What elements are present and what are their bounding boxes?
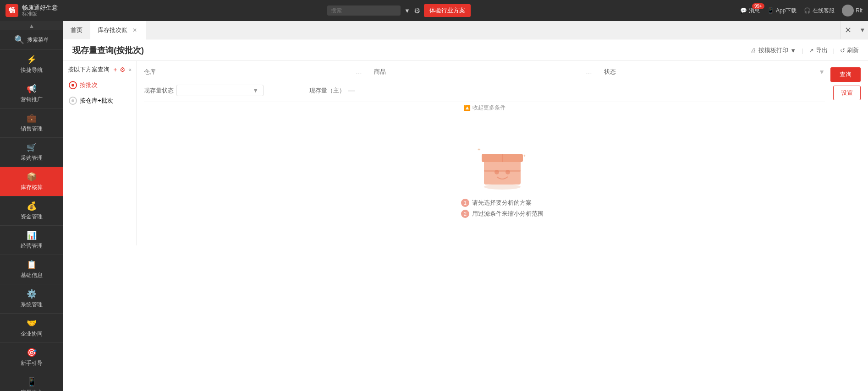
export-button[interactable]: ↗ 导出 xyxy=(809,46,828,54)
inventory-icon: 📦 xyxy=(27,172,37,182)
empty-hints: 1 请先选择要分析的方案 2 用过滤条件来缩小分析范围 xyxy=(461,199,544,218)
sep1: | xyxy=(802,47,803,54)
warehouse-input[interactable] xyxy=(157,67,353,76)
scheme-item-by-batch[interactable]: 按批次 xyxy=(63,77,136,93)
headset-icon: 🎧 xyxy=(804,7,811,14)
svg-rect-3 xyxy=(484,159,521,185)
sidebar-item-search[interactable]: 🔍 搜索菜单 xyxy=(0,30,63,50)
sidebar-item-inventory[interactable]: 📦 库存核算 xyxy=(0,167,63,196)
scheme-active-icon xyxy=(69,81,77,89)
phone-icon: 📱 xyxy=(767,7,774,14)
app-download-label: App下载 xyxy=(776,7,797,15)
online-service-button[interactable]: 🎧 在线客服 xyxy=(804,7,835,15)
sidebar-item-marketing[interactable]: 📢 营销推广 xyxy=(0,79,63,109)
sidebar-item-quick-nav[interactable]: ⚡ 快捷导航 xyxy=(0,50,63,79)
hint-1-text: 请先选择要分析的方案 xyxy=(472,199,532,207)
status-dropdown-icon[interactable]: ▼ xyxy=(819,68,825,76)
sales-icon: 💼 xyxy=(27,113,37,123)
warehouse-more-icon[interactable]: … xyxy=(353,68,365,76)
sidebar-item-guide[interactable]: 🎯 新手引导 xyxy=(0,343,63,372)
sidebar-label-app-center: 应用中心 xyxy=(21,389,43,391)
sidebar-item-enterprise[interactable]: 🤝 企业协同 xyxy=(0,314,63,343)
refresh-button[interactable]: ↺ 刷新 xyxy=(840,46,859,54)
tab-bar-more-button[interactable]: ▼ xyxy=(857,21,868,39)
sidebar-label-quick-nav: 快捷导航 xyxy=(21,66,43,74)
scheme-collapse-icon[interactable]: « xyxy=(128,66,132,73)
avatar-image xyxy=(842,5,854,16)
scheme-settings-icon[interactable]: ⚙ xyxy=(120,66,126,73)
export-icon: ↗ xyxy=(809,47,814,54)
sidebar-label-search: 搜索菜单 xyxy=(27,36,49,44)
sidebar-item-finance[interactable]: 💰 资金管理 xyxy=(0,196,63,226)
close-page-button[interactable]: ✕ xyxy=(841,21,855,39)
settings-icon[interactable]: ⚙ xyxy=(414,6,420,15)
sidebar-item-basic[interactable]: 📋 基础信息 xyxy=(0,255,63,284)
print-template-button[interactable]: 🖨 按模板打印 ▼ xyxy=(751,46,796,54)
sidebar-item-purchase[interactable]: 🛒 采购管理 xyxy=(0,138,63,167)
chevron-down-icon: ▼ xyxy=(860,27,866,33)
query-button[interactable]: 查询 xyxy=(830,67,861,82)
product-more-icon[interactable]: … xyxy=(583,68,595,76)
empty-hint-1: 1 请先选择要分析的方案 xyxy=(461,199,544,207)
scheme-panel: 按以下方案查询 + ⚙ « 按批次 xyxy=(63,61,137,245)
app-brand: 畅康通好生意 xyxy=(22,4,58,11)
tab-home[interactable]: 首页 xyxy=(63,21,90,39)
svg-point-1 xyxy=(71,99,74,102)
scheme-label-by-warehouse-batch: 按仓库+批次 xyxy=(80,97,113,105)
svg-text:✦: ✦ xyxy=(477,147,481,152)
svg-point-8 xyxy=(505,170,510,174)
topbar-right: 💬 消息 99+ 📱 App下载 🎧 在线客服 Rit xyxy=(740,5,863,16)
hint-2-text: 用过滤条件来缩小分析范围 xyxy=(472,210,544,218)
export-label: 导出 xyxy=(816,46,828,54)
inventory-qty-label: 现存量（主） xyxy=(309,87,345,95)
message-icon: 💬 xyxy=(740,7,747,14)
tab-close-button[interactable]: ✕ xyxy=(131,27,138,34)
main-layout: ▲ 🔍 搜索菜单 ⚡ 快捷导航 📢 营销推广 💼 销售管理 🛒 采购管理 📦 库… xyxy=(0,21,868,391)
tab-batch-ledger[interactable]: 库存批次账 ✕ xyxy=(90,21,146,39)
page-title: 现存量查询(按批次) xyxy=(72,45,144,56)
empty-hint-2: 2 用过滤条件来缩小分析范围 xyxy=(461,210,544,218)
search-input[interactable] xyxy=(327,5,401,16)
tab-bar-right: ✕ ▼ xyxy=(841,21,868,39)
refresh-icon: ↺ xyxy=(840,47,845,54)
sidebar-label-purchase: 采购管理 xyxy=(21,154,43,162)
guide-icon: 🎯 xyxy=(27,348,37,358)
sidebar-label-finance: 资金管理 xyxy=(21,213,43,221)
enterprise-icon: 🤝 xyxy=(27,318,37,328)
sidebar-item-operations[interactable]: 📊 经营管理 xyxy=(0,226,63,255)
empty-state: ✦ ✦ 1 请先选择要分析的方案 2 用过滤条件来缩小分析范围 xyxy=(137,114,868,245)
settings-button[interactable]: 设置 xyxy=(833,86,861,100)
scheme-panel-icons: + ⚙ « xyxy=(113,66,132,73)
basic-icon: 📋 xyxy=(27,260,37,270)
inventory-status-select[interactable]: ▼ xyxy=(176,85,264,96)
search-icon: 🔍 xyxy=(14,35,24,45)
inventory-qty-dash: — xyxy=(348,87,355,95)
sidebar-label-enterprise: 企业协同 xyxy=(21,330,43,338)
user-avatar[interactable]: Rit xyxy=(842,5,863,16)
scheme-item-by-warehouse-batch[interactable]: 按仓库+批次 xyxy=(63,93,136,109)
sidebar-item-sales[interactable]: 💼 销售管理 xyxy=(0,109,63,138)
refresh-label: 刷新 xyxy=(847,46,859,54)
add-scheme-icon[interactable]: + xyxy=(113,66,117,73)
app-center-icon: 📱 xyxy=(27,377,37,387)
trial-button[interactable]: 体验行业方案 xyxy=(424,4,471,17)
content-area: 首页 库存批次账 ✕ ✕ ▼ 现存量查询(按批次) xyxy=(63,21,868,391)
topbar-left: 畅 畅康通好生意 标准版 xyxy=(5,4,58,17)
sidebar-item-app-center[interactable]: 📱 应用中心 xyxy=(0,372,63,391)
product-input[interactable] xyxy=(387,67,583,76)
topbar: 畅 畅康通好生意 标准版 ▼ ⚙ 体验行业方案 💬 消息 99+ 📱 App下载… xyxy=(0,0,868,21)
dropdown-icon[interactable]: ▼ xyxy=(404,7,410,14)
sidebar-item-system[interactable]: ⚙️ 系统管理 xyxy=(0,284,63,314)
app-download-button[interactable]: 📱 App下载 xyxy=(767,7,797,15)
collapse-button[interactable]: 🔼 收起更多条件 xyxy=(144,102,825,114)
sidebar-scroll-up[interactable]: ▲ xyxy=(0,21,63,30)
operations-icon: 📊 xyxy=(27,230,37,240)
topbar-center: ▼ ⚙ 体验行业方案 xyxy=(58,4,740,17)
sidebar-label-operations: 经营管理 xyxy=(21,242,43,250)
sidebar-label-inventory: 库存核算 xyxy=(21,184,43,191)
marketing-icon: 📢 xyxy=(27,84,37,94)
svg-point-7 xyxy=(494,170,499,174)
close-icon: ✕ xyxy=(132,27,137,33)
messages-button[interactable]: 💬 消息 99+ xyxy=(740,7,760,15)
print-dropdown-icon: ▼ xyxy=(790,47,796,54)
